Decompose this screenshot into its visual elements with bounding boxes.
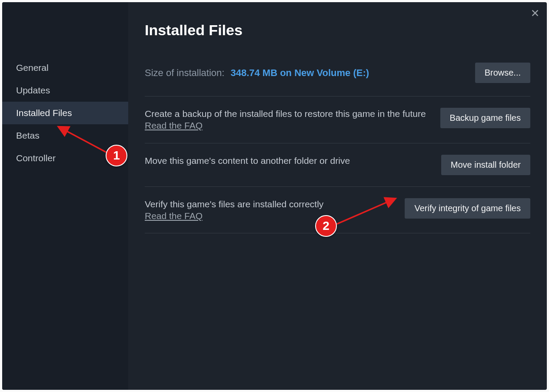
row-backup-text: Create a backup of the installed files t… bbox=[145, 109, 426, 119]
sidebar-item-label: Updates bbox=[16, 85, 50, 95]
sidebar: General Updates Installed Files Betas Co… bbox=[2, 2, 128, 390]
row-backup: Create a backup of the installed files t… bbox=[145, 96, 530, 143]
row-verify-text: Verify this game's files are installed c… bbox=[145, 199, 323, 209]
sidebar-item-label: Betas bbox=[16, 130, 40, 140]
annotation-badge-1: 1 bbox=[106, 145, 127, 166]
row-move-text: Move this game's content to another fold… bbox=[145, 156, 350, 166]
sidebar-item-updates[interactable]: Updates bbox=[2, 79, 128, 102]
size-row: Size of installation: 348.74 MB on New V… bbox=[145, 63, 530, 83]
browse-button[interactable]: Browse... bbox=[475, 63, 530, 83]
move-install-folder-button[interactable]: Move install folder bbox=[441, 155, 530, 175]
annotation-arrow-2 bbox=[329, 193, 403, 232]
row-verify-faq-link[interactable]: Read the FAQ bbox=[145, 211, 203, 221]
svg-line-3 bbox=[60, 127, 111, 155]
sidebar-item-label: Installed Files bbox=[16, 108, 72, 118]
page-title: Installed Files bbox=[145, 22, 530, 39]
row-move: Move this game's content to another fold… bbox=[145, 143, 530, 186]
sidebar-item-installed-files[interactable]: Installed Files bbox=[2, 102, 128, 124]
row-backup-faq-link[interactable]: Read the FAQ bbox=[145, 120, 203, 130]
properties-window: General Updates Installed Files Betas Co… bbox=[2, 2, 547, 390]
sidebar-item-label: Controller bbox=[16, 153, 56, 163]
annotation-badge-2: 2 bbox=[315, 215, 337, 237]
svg-line-5 bbox=[334, 199, 394, 225]
verify-integrity-button[interactable]: Verify integrity of game files bbox=[405, 198, 530, 219]
backup-game-files-button[interactable]: Backup game files bbox=[440, 108, 530, 128]
size-value: 348.74 MB on New Volume (E:) bbox=[230, 67, 369, 79]
size-label: Size of installation: bbox=[145, 67, 224, 79]
sidebar-item-label: General bbox=[16, 63, 49, 73]
sidebar-item-general[interactable]: General bbox=[2, 56, 128, 79]
